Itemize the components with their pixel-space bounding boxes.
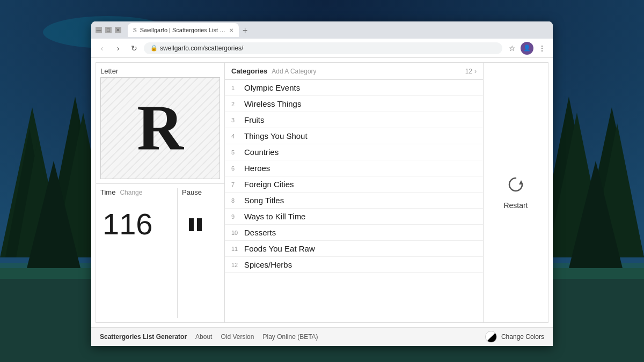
categories-title: Categories [231, 67, 267, 75]
category-number: 12 [231, 262, 244, 268]
category-number: 4 [231, 133, 244, 139]
category-name: Fruits [244, 115, 477, 124]
restart-button[interactable] [507, 176, 524, 197]
category-name: Ways to Kill Time [244, 212, 477, 221]
active-tab[interactable]: S Swellgarfo | Scattergories List G... ✕ [128, 23, 239, 37]
category-name: Things You Shout [244, 131, 477, 141]
category-number: 1 [231, 85, 244, 91]
category-name: Foreign Cities [244, 180, 477, 189]
letter-display: R [100, 77, 220, 179]
window-controls: — □ ✕ [96, 27, 121, 33]
tab-bar: S Swellgarfo | Scattergories List G... ✕… [128, 23, 548, 37]
category-item[interactable]: 9Ways to Kill Time [225, 209, 483, 225]
category-item[interactable]: 11Foods You Eat Raw [225, 241, 483, 257]
forward-button[interactable]: › [112, 42, 125, 55]
category-item[interactable]: 2Wireless Things [225, 96, 483, 112]
category-name: Olympic Events [244, 83, 477, 92]
change-time-button[interactable]: Change [120, 189, 142, 196]
time-label: Time [100, 188, 115, 196]
about-link[interactable]: About [195, 333, 212, 341]
footer: Scattergories List Generator About Old V… [91, 327, 553, 346]
svg-rect-19 [197, 218, 202, 231]
category-number: 8 [231, 197, 244, 204]
category-number: 10 [231, 230, 244, 236]
categories-header: Categories Add A Category 12 › [225, 63, 483, 80]
svg-marker-20 [519, 180, 523, 184]
category-item[interactable]: 6Heroes [225, 160, 483, 176]
categories-list: 1Olympic Events2Wireless Things3Fruits4T… [225, 80, 483, 322]
category-name: Desserts [244, 228, 477, 237]
category-number: 5 [231, 149, 244, 156]
expand-icon[interactable]: › [474, 68, 477, 75]
category-count: 12 › [465, 68, 477, 75]
letter-section: Letter R [96, 63, 224, 184]
left-panel: Letter R Time Change 116 Pause [96, 63, 225, 322]
bookmark-button[interactable]: ☆ [506, 42, 518, 55]
category-name: Spices/Herbs [244, 260, 477, 269]
url-bar[interactable]: 🔒 swellgarfo.com/scattergories/ [144, 42, 502, 54]
time-column: Time Change 116 [100, 188, 177, 318]
category-item[interactable]: 1Olympic Events [225, 80, 483, 96]
footer-right: Change Colors [485, 331, 544, 343]
category-number: 3 [231, 117, 244, 123]
category-item[interactable]: 7Foreign Cities [225, 176, 483, 193]
tab-favicon: S [133, 27, 137, 33]
svg-rect-18 [189, 218, 194, 231]
right-panel: Restart [484, 63, 548, 322]
category-item[interactable]: 12Spices/Herbs [225, 257, 483, 273]
category-number: 11 [231, 246, 244, 252]
category-item[interactable]: 5Countries [225, 144, 483, 160]
browser-window: — □ ✕ S Swellgarfo | Scattergories List … [91, 21, 553, 346]
old-version-link[interactable]: Old Version [221, 333, 254, 341]
count-value: 12 [465, 68, 472, 75]
category-number: 2 [231, 101, 244, 107]
category-name: Foods You Eat Raw [244, 244, 477, 253]
page-content: Letter R Time Change 116 Pause [91, 58, 553, 346]
address-actions: ☆ 👤 ⋮ [506, 42, 548, 55]
category-name: Countries [244, 147, 477, 157]
category-number: 7 [231, 181, 244, 188]
tab-title: Swellgarfo | Scattergories List G... [140, 27, 226, 33]
url-text: swellgarfo.com/scattergories/ [160, 45, 243, 52]
categories-panel: Categories Add A Category 12 › 1Olympic … [225, 63, 484, 322]
pause-column: Pause [177, 188, 220, 318]
color-scheme-icon[interactable] [485, 331, 497, 343]
maximize-button[interactable]: □ [105, 27, 112, 33]
restart-icon [507, 176, 524, 193]
category-name: Wireless Things [244, 99, 477, 108]
lock-icon: 🔒 [150, 45, 158, 51]
back-button[interactable]: ‹ [96, 42, 108, 55]
minimize-button[interactable]: — [96, 27, 102, 33]
pause-icon [186, 215, 205, 234]
timer-value: 116 [100, 209, 177, 239]
close-button[interactable]: ✕ [115, 27, 121, 33]
restart-label[interactable]: Restart [503, 201, 528, 210]
category-name: Heroes [244, 164, 477, 173]
tab-close-button[interactable]: ✕ [229, 27, 233, 33]
category-number: 9 [231, 213, 244, 220]
category-number: 6 [231, 165, 244, 172]
category-item[interactable]: 4Things You Shout [225, 128, 483, 144]
profile-icon[interactable]: 👤 [521, 42, 533, 55]
change-colors-button[interactable]: Change Colors [501, 333, 544, 341]
refresh-button[interactable]: ↻ [128, 42, 141, 55]
current-letter: R [137, 96, 184, 160]
category-name: Song Titles [244, 196, 477, 205]
category-item[interactable]: 3Fruits [225, 112, 483, 128]
menu-button[interactable]: ⋮ [536, 42, 548, 55]
category-item[interactable]: 10Desserts [225, 225, 483, 241]
pause-button[interactable] [182, 211, 209, 238]
pause-label: Pause [182, 188, 220, 196]
address-bar: ‹ › ↻ 🔒 swellgarfo.com/scattergories/ ☆ … [91, 39, 553, 58]
play-online-link[interactable]: Play Online (BETA) [262, 333, 318, 341]
timer-section: Time Change 116 Pause [96, 184, 224, 322]
letter-label: Letter [100, 67, 220, 75]
footer-app-title: Scattergories List Generator [100, 333, 187, 341]
time-header: Time Change [100, 188, 177, 196]
main-layout: Letter R Time Change 116 Pause [96, 62, 548, 323]
add-category-button[interactable]: Add A Category [272, 68, 316, 75]
new-tab-button[interactable]: + [239, 24, 252, 37]
title-bar: — □ ✕ S Swellgarfo | Scattergories List … [91, 21, 553, 39]
category-item[interactable]: 8Song Titles [225, 193, 483, 209]
